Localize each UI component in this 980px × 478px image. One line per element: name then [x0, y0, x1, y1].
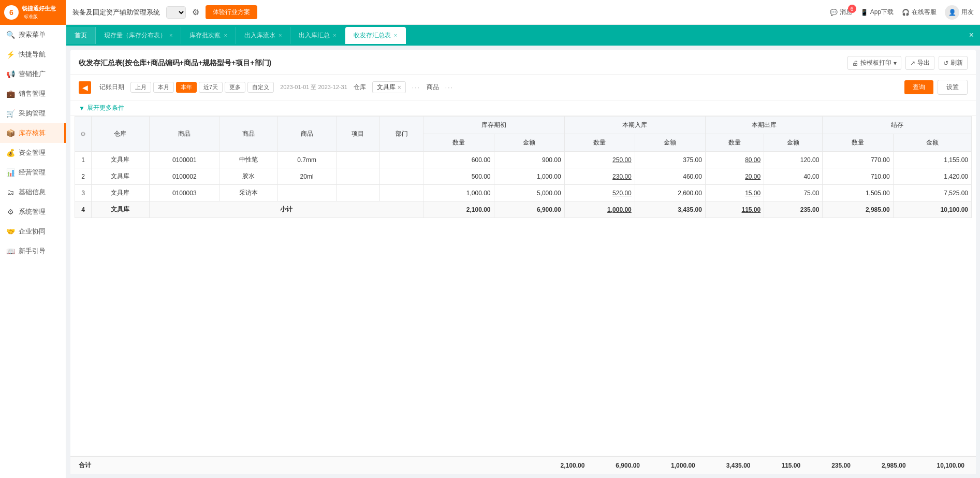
row-out-qty[interactable]: 80.00 — [705, 152, 764, 168]
name-col-header: 商品 — [220, 117, 277, 152]
warehouse-tag-close[interactable]: × — [398, 84, 401, 91]
tab-收发存汇总表[interactable]: 收发存汇总表× — [345, 27, 406, 44]
online-service-item[interactable]: 🎧 在线客服 — [902, 8, 937, 17]
tab-出入库汇总[interactable]: 出入库汇总× — [290, 27, 345, 44]
tab-close[interactable]: × — [169, 32, 172, 38]
user-label: 用友 — [961, 8, 974, 17]
warehouse-col-header: 仓库 — [92, 117, 150, 152]
sidebar-label: 基础信息 — [19, 187, 46, 197]
sidebar-item-新手引导[interactable]: 📖新手引导 — [0, 241, 66, 261]
row-in-qty[interactable]: 250.00 — [564, 152, 635, 168]
date-btn-更多[interactable]: 更多 — [225, 82, 245, 93]
user-item[interactable]: 👤 用友 — [945, 5, 974, 20]
online-service-label: 在线客服 — [912, 8, 937, 17]
sidebar-label: 销售管理 — [19, 89, 46, 98]
query-btn[interactable]: 查询 — [904, 80, 933, 94]
table-settings-icon[interactable]: ⚙ — [80, 131, 86, 138]
tab-close[interactable]: × — [394, 32, 397, 38]
date-btn-本月[interactable]: 本月 — [153, 82, 174, 93]
tab-close[interactable]: × — [224, 32, 227, 38]
total-open-amt: 6,900.00 — [612, 462, 643, 469]
tab-close[interactable]: × — [333, 32, 336, 38]
sidebar-item-销售管理[interactable]: 💼销售管理 — [0, 84, 66, 104]
bal-amt-header: 金额 — [893, 134, 971, 152]
date-btn-近7天[interactable]: 近7天 — [199, 82, 223, 93]
date-btn-自定义[interactable]: 自定义 — [247, 82, 274, 93]
topbar-icons: 💬 消息 6 📱 App下载 🎧 在线客服 👤 用友 — [830, 5, 974, 20]
sidebar-icon: 💰 — [6, 149, 14, 157]
project-col-header: 项目 — [336, 117, 379, 152]
sidebar-icon: ⚙ — [6, 208, 14, 216]
expand-conditions-btn[interactable]: ▼ 展开更多条件 — [79, 104, 968, 112]
table-container: ⚙ 仓库 商品 商品 商品 项目 部门 库存期初 本期入库 本期出库 结存 — [70, 116, 976, 456]
sidebar-label: 企业协同 — [19, 227, 46, 236]
date-btn-上月[interactable]: 上月 — [130, 82, 151, 93]
row-open-amt: 1,000.00 — [494, 168, 564, 185]
set-btn[interactable]: 设置 — [938, 80, 968, 95]
row-in-qty[interactable]: 230.00 — [564, 168, 635, 185]
row-open-qty: 500.00 — [423, 168, 494, 185]
subtotal-out-qty[interactable]: 115.00 — [705, 201, 764, 218]
row-out-qty[interactable]: 20.00 — [705, 168, 764, 185]
sidebar-icon: 🤝 — [6, 227, 14, 236]
sidebar-item-快捷导航[interactable]: ⚡快捷导航 — [0, 45, 66, 64]
row-dept — [380, 185, 423, 201]
sidebar-label: 营销推广 — [19, 69, 46, 79]
subtotal-label: 小计 — [149, 201, 423, 218]
bal-qty-header: 数量 — [823, 134, 893, 152]
row-in-amt: 375.00 — [635, 152, 705, 168]
filter-toggle-btn[interactable]: ◀ — [79, 81, 91, 94]
print-icon: 🖨 — [852, 60, 858, 67]
total-bal-qty: 2,985.00 — [879, 462, 909, 469]
sidebar-item-资金管理[interactable]: 💰资金管理 — [0, 143, 66, 163]
sidebar-icon: 📦 — [6, 129, 14, 137]
goods-filter-label: 商品 — [427, 83, 439, 92]
tab-label: 库存批次账 — [189, 31, 221, 40]
row-in-qty[interactable]: 520.00 — [564, 185, 635, 201]
row-out-qty[interactable]: 15.00 — [705, 185, 764, 201]
subtotal-row: 4 文具库 小计 2,100.00 6,900.00 1,000.00 3,43… — [75, 201, 972, 218]
logo-tag: 标准版 — [22, 13, 40, 21]
message-icon-item[interactable]: 💬 消息 6 — [830, 8, 852, 17]
gear-settings-icon[interactable]: ⚙ — [192, 7, 199, 17]
sidebar-icon: 🔍 — [6, 31, 14, 39]
sidebar-item-营销推广[interactable]: 📢营销推广 — [0, 64, 66, 84]
tab-库存批次账[interactable]: 库存批次账× — [181, 27, 236, 44]
logo-icon: 6 — [4, 5, 19, 20]
app-download-item[interactable]: 📱 App下载 — [860, 8, 894, 17]
tab-label: 出入库汇总 — [299, 31, 330, 40]
goods-more-btn[interactable]: ··· — [445, 84, 454, 91]
page: 收发存汇总表(按仓库+商品编码+商品+规格型号+项目+部门) 🖨 按模板打印 ▾… — [70, 50, 976, 474]
tab-首页[interactable]: 首页 — [66, 27, 96, 44]
system-selector[interactable] — [166, 6, 186, 19]
sidebar-icon: 📖 — [6, 247, 14, 255]
warehouse-more-btn[interactable]: ··· — [412, 84, 420, 91]
out-amt-header: 金额 — [764, 134, 823, 152]
expand-row: ▼ 展开更多条件 — [70, 100, 976, 116]
warehouse-tag-value: 文具库 — [377, 83, 396, 92]
subtotal-in-qty[interactable]: 1,000.00 — [564, 201, 635, 218]
sidebar-item-系统管理[interactable]: ⚙系统管理 — [0, 202, 66, 222]
tab-现存量（库存分布表）[interactable]: 现存量（库存分布表）× — [96, 27, 181, 44]
sidebar-item-基础信息[interactable]: 🗂基础信息 — [0, 182, 66, 202]
print-btn[interactable]: 🖨 按模板打印 ▾ — [847, 56, 901, 70]
tab-close[interactable]: × — [279, 32, 282, 38]
sidebar-label: 系统管理 — [19, 207, 46, 216]
refresh-btn[interactable]: ↺ 刷新 — [939, 56, 968, 70]
code-col-header: 商品 — [149, 117, 220, 152]
tab-出入库流水[interactable]: 出入库流水× — [236, 27, 290, 44]
row-spec — [277, 185, 336, 201]
topbar: 装备及固定资产辅助管理系统 ⚙ 体验行业方案 💬 消息 6 📱 App下载 🎧 … — [66, 0, 980, 25]
export-btn[interactable]: ↗ 导出 — [905, 56, 934, 70]
subtotal-open-qty: 2,100.00 — [423, 201, 494, 218]
row-project — [336, 152, 379, 168]
close-all-tabs-btn[interactable]: × — [963, 31, 980, 40]
warehouse-tag: 文具库 × — [372, 81, 406, 93]
trial-btn[interactable]: 体验行业方案 — [206, 5, 257, 19]
sidebar-item-企业协同[interactable]: 🤝企业协同 — [0, 222, 66, 241]
sidebar-item-库存核算[interactable]: 📦库存核算 — [0, 123, 66, 143]
sidebar-item-搜索菜单[interactable]: 🔍搜索菜单 — [0, 25, 66, 45]
sidebar-item-经营管理[interactable]: 📊经营管理 — [0, 163, 66, 182]
date-btn-本年[interactable]: 本年 — [176, 82, 197, 93]
sidebar-item-采购管理[interactable]: 🛒采购管理 — [0, 104, 66, 123]
